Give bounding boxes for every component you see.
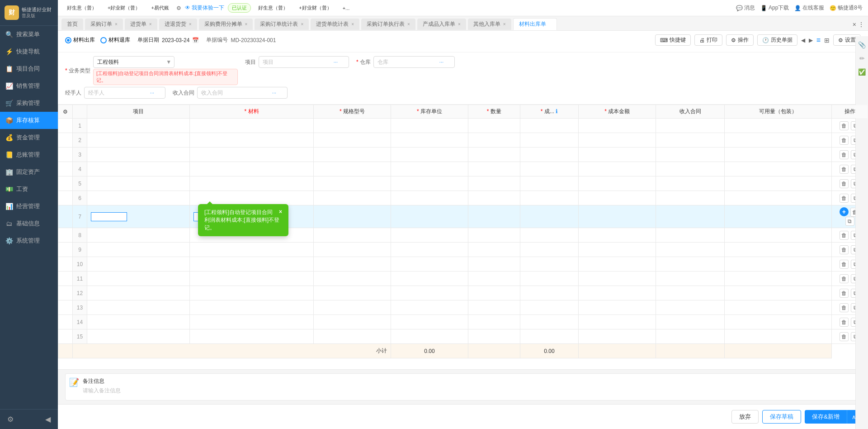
delete-row-btn[interactable]: 🗑: [840, 150, 849, 159]
row-available[interactable]: [725, 272, 832, 286]
row-cost-amount[interactable]: [579, 315, 656, 329]
tab-close-icon[interactable]: ×: [503, 22, 506, 27]
row-project[interactable]: [87, 329, 190, 344]
row-cost-price[interactable]: [520, 205, 579, 228]
row-material[interactable]: [190, 315, 314, 329]
row-spec[interactable]: [314, 191, 391, 205]
save-new-button[interactable]: 保存&新增: [805, 410, 847, 424]
row-quantity[interactable]: [468, 133, 520, 148]
row-spec[interactable]: [314, 243, 391, 257]
row-unit[interactable]: [391, 191, 468, 205]
row-available[interactable]: [725, 148, 832, 162]
row-unit[interactable]: [391, 257, 468, 272]
copy-row-btn[interactable]: ⧉: [845, 217, 854, 226]
row-spec[interactable]: [314, 228, 391, 243]
trial-btn[interactable]: 👁 我要体验一下: [185, 4, 224, 12]
list-view-icon[interactable]: ≡: [816, 36, 821, 44]
row-income-contract[interactable]: [656, 228, 725, 243]
panel-edit-icon[interactable]: ✏: [857, 53, 867, 63]
row-cost-price[interactable]: [520, 176, 579, 191]
row-cost-amount[interactable]: [579, 162, 656, 176]
delete-row-btn[interactable]: 🗑: [840, 121, 849, 130]
panel-attach-icon[interactable]: 📎: [857, 40, 867, 50]
row-project[interactable]: [87, 243, 190, 257]
income-contract-search-icon[interactable]: ···: [272, 90, 276, 95]
row-cost-price[interactable]: [520, 329, 579, 344]
tab-close-icon[interactable]: ×: [549, 22, 552, 27]
user-avatar[interactable]: 🙂 畅捷通8号: [830, 4, 863, 12]
row-available[interactable]: [725, 243, 832, 257]
row-quantity[interactable]: [468, 286, 520, 300]
row-unit[interactable]: [391, 329, 468, 344]
tab-product-in[interactable]: 产成品入库单×: [417, 19, 466, 30]
tab-purchase-stats[interactable]: 采购订单统计表×: [255, 19, 309, 30]
tab-purchase-exec[interactable]: 采购订单执行表×: [361, 19, 415, 30]
row-project[interactable]: [87, 162, 190, 176]
calendar-icon[interactable]: 📅: [192, 37, 199, 43]
sidebar-item-purchase[interactable]: 🛒 采购管理: [0, 95, 58, 112]
panel-check-icon[interactable]: ✅: [857, 67, 867, 77]
tab-close-icon[interactable]: ×: [407, 22, 410, 27]
row-spec[interactable]: [314, 162, 391, 176]
row-material[interactable]: [190, 162, 314, 176]
add-row-btn[interactable]: +: [840, 207, 849, 216]
row-spec[interactable]: [314, 205, 391, 228]
warehouse-search-icon[interactable]: ···: [439, 59, 443, 65]
row-unit[interactable]: [391, 162, 468, 176]
row-available[interactable]: [725, 119, 832, 133]
row-project[interactable]: [87, 286, 190, 300]
tab-close-icon[interactable]: ×: [149, 22, 152, 27]
tab-close-icon[interactable]: ×: [245, 22, 248, 27]
project-search-icon[interactable]: ···: [334, 59, 338, 65]
row-unit[interactable]: [391, 148, 468, 162]
tab-more-icon[interactable]: ⋮: [858, 21, 864, 28]
income-contract-input[interactable]: 收入合同 ···: [197, 87, 288, 99]
row-income-contract[interactable]: [656, 243, 725, 257]
row-unit[interactable]: [391, 272, 468, 286]
row-available[interactable]: [725, 191, 832, 205]
row-cost-amount[interactable]: [579, 133, 656, 148]
row-spec[interactable]: [314, 286, 391, 300]
row-cost-price[interactable]: [520, 272, 579, 286]
row-quantity[interactable]: [468, 329, 520, 344]
row-cost-price[interactable]: [520, 162, 579, 176]
row-income-contract[interactable]: [656, 191, 725, 205]
note-input[interactable]: 请输入备注信息: [83, 387, 121, 395]
date-value[interactable]: 2023-03-24: [162, 37, 189, 43]
row-project[interactable]: [87, 176, 190, 191]
row-unit[interactable]: [391, 119, 468, 133]
row-spec[interactable]: [314, 119, 391, 133]
row-material[interactable]: [190, 329, 314, 344]
row-material[interactable]: [190, 176, 314, 191]
row-material[interactable]: [190, 257, 314, 272]
delete-row-btn[interactable]: 🗑: [840, 231, 849, 240]
appbar-tag2-0[interactable]: 好生意（普）: [255, 4, 292, 12]
operation-btn[interactable]: ⚙ 操作: [726, 34, 754, 46]
row-project[interactable]: [87, 315, 190, 329]
row-unit[interactable]: [391, 286, 468, 300]
delete-row-btn[interactable]: 🗑: [840, 303, 849, 312]
row-unit[interactable]: [391, 176, 468, 191]
appbar-tag2-2[interactable]: +...: [339, 5, 354, 12]
row-spec[interactable]: [314, 148, 391, 162]
tab-close-all-icon[interactable]: ×: [853, 21, 856, 28]
row-spec[interactable]: [314, 272, 391, 286]
row-income-contract[interactable]: [656, 176, 725, 191]
tab-purchase-return[interactable]: 进退货货×: [159, 19, 197, 30]
row-quantity[interactable]: [468, 176, 520, 191]
row-project[interactable]: [87, 228, 190, 243]
row-project[interactable]: [87, 300, 190, 315]
info-icon[interactable]: ℹ: [556, 108, 558, 114]
tab-other-in[interactable]: 其他入库单×: [468, 19, 511, 30]
row-quantity[interactable]: [468, 315, 520, 329]
delete-row-btn[interactable]: 🗑: [840, 245, 849, 254]
row-unit[interactable]: [391, 243, 468, 257]
tooltip-close-btn[interactable]: ×: [279, 209, 282, 215]
row-quantity[interactable]: [468, 257, 520, 272]
sidebar-item-project[interactable]: 📋 项目合同: [0, 60, 58, 77]
sidebar-item-system[interactable]: ⚙️ 系统管理: [0, 232, 58, 249]
row-spec[interactable]: [314, 315, 391, 329]
row-unit[interactable]: [391, 228, 468, 243]
row-spec[interactable]: [314, 176, 391, 191]
row-project[interactable]: [87, 205, 190, 228]
